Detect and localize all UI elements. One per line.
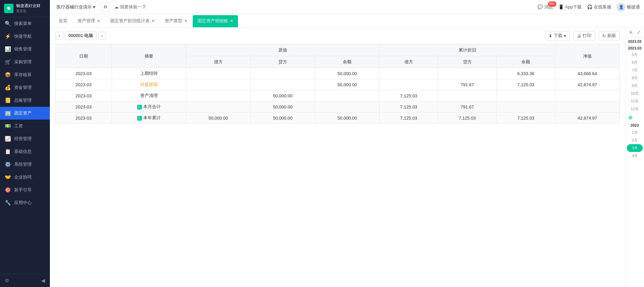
tab-0[interactable]: 首页 (54, 15, 72, 27)
cloud-icon: ☁ (114, 4, 119, 9)
sidebar-item-basic-info[interactable]: 📋 基础信息 (0, 145, 50, 158)
user-action[interactable]: 👤 畅捷通 (617, 3, 640, 11)
basic-info-icon: 📋 (5, 149, 11, 155)
cell-jingzhi (555, 101, 619, 113)
collapse-icon[interactable]: ◀ (41, 278, 45, 284)
online-service-action[interactable]: 🎧 在线客服 (587, 4, 611, 10)
company-dropdown-icon: ▾ (93, 4, 95, 9)
cell-jingzhi: 42,874.97 (555, 79, 619, 90)
nav-arrows: ‹ 000001 电脑 › (55, 31, 106, 40)
message-action[interactable]: 💬 消息 99+ (538, 4, 553, 10)
cell-lzj-debit: 7,125.03 (379, 101, 438, 113)
th-yz-debit: 借方 (186, 56, 250, 68)
tab-close-1[interactable]: ✕ (97, 19, 100, 23)
search-icon: 🔍 (5, 21, 11, 27)
next-btn[interactable]: › (98, 32, 106, 40)
sidebar-label-sales: 销售管理 (14, 46, 32, 52)
cell-yz-credit: 50,000.00 (250, 90, 315, 101)
asset-code-box: 000001 电脑 (65, 31, 97, 40)
summary-text: 计提折旧 (140, 82, 158, 87)
timeline-month[interactable]: 3月 (627, 144, 643, 152)
sidebar-item-finance[interactable]: 💰 资金管理 (0, 81, 50, 94)
cell-lzj-credit: 791.67 (438, 79, 497, 90)
app-download-action[interactable]: 📱 App下载 (558, 4, 582, 10)
sidebar-item-newbie[interactable]: 🎯 新手引导 (0, 184, 50, 196)
sidebar-label-newbie: 新手引导 (14, 187, 32, 193)
refresh-icon: ↻ (602, 33, 606, 38)
print-btn[interactable]: 🖨 打印 (573, 31, 595, 40)
sidebar-label-enterprise: 企业协同 (14, 174, 32, 180)
app-download-label: App下载 (565, 4, 582, 10)
topbar-settings-btn[interactable]: ⚙ (101, 2, 110, 12)
tabbar: 首页资产管理✕固定资产折旧统计表✕资产类型✕固定资产明细账✕ (50, 14, 644, 28)
username-label: 畅捷通 (627, 4, 640, 10)
sidebar-item-inventory[interactable]: 📦 库存核算 (0, 68, 50, 81)
timeline-month[interactable]: 12月 (627, 105, 643, 113)
fixed-assets-icon: 🏢 (5, 110, 11, 116)
cell-yz-credit: 50,000.00 (250, 113, 315, 124)
sidebar-item-operations[interactable]: 📈 经营管理 (0, 132, 50, 145)
sidebar-label-ledger: 总账管理 (14, 97, 32, 103)
tab-4[interactable]: 固定资产明细账✕ (193, 15, 238, 27)
timeline-month[interactable]: 8月 (627, 74, 643, 82)
fixed-assets-table: 日期 摘要 原值 累计折旧 净值 借方 贷方 余额 借方 贷方 余额 (55, 44, 620, 124)
tab-3[interactable]: 资产类型✕ (160, 15, 192, 27)
tab-2[interactable]: 固定资产折旧统计表✕ (105, 15, 159, 27)
sidebar-item-app-center[interactable]: 🔧 应用中心 (0, 196, 50, 209)
sidebar-item-purchase[interactable]: 🛒 采购管理 (0, 56, 50, 68)
timeline-expand-icon[interactable]: ⊕ (627, 113, 643, 122)
th-lzj-balance: 余额 (496, 56, 555, 68)
prev-btn[interactable]: ‹ (55, 32, 63, 40)
data-table-wrap: 日期 摘要 原值 累计折旧 净值 借方 贷方 余额 借方 贷方 余额 (50, 44, 625, 129)
tab-close-4[interactable]: ✕ (230, 19, 233, 23)
app-subtitle: 普及版 (16, 9, 40, 13)
sidebar-label-app-center: 应用中心 (14, 200, 32, 206)
cell-lzj-balance: 7,125.03 (496, 113, 555, 124)
sidebar-item-ledger[interactable]: 📒 总账管理 (0, 94, 50, 107)
th-yz-credit: 贷方 (250, 56, 315, 68)
timeline-month[interactable]: 11月 (627, 97, 643, 105)
sidebar-item-payroll[interactable]: 💵 工资 (0, 120, 50, 132)
cell-jingzhi (555, 90, 619, 101)
panel-expand-btn[interactable]: ⤢ (636, 29, 642, 36)
refresh-btn[interactable]: ↻ 刷新 (599, 31, 620, 40)
timeline-month[interactable]: 10月 (627, 90, 643, 97)
toolbar-actions: ⬇ 下载 ▾ 🖨 打印 ↻ 刷新 (545, 31, 620, 40)
timeline-month[interactable]: 9月 (627, 82, 643, 90)
sidebar-item-fixed-assets[interactable]: 🏢 固定资产 (0, 107, 50, 120)
panel-close-btn[interactable]: ✕ (627, 29, 634, 36)
sidebar-label-basic-info: 基础信息 (14, 149, 32, 155)
company-selector[interactable]: 医疗器械行业演示 ▾ (54, 3, 98, 11)
company-name: 医疗器械行业演示 (57, 4, 92, 10)
sidebar-item-enterprise[interactable]: 🤝 企业协同 (0, 171, 50, 184)
newbie-icon: 🎯 (5, 187, 11, 193)
payroll-icon: 💵 (5, 123, 11, 129)
cell-yz-credit (250, 79, 315, 90)
timeline-month[interactable]: 5月 (627, 51, 643, 59)
sidebar-item-quick-nav[interactable]: ⚡ 快捷导航 (0, 30, 50, 43)
main-area: 医疗器械行业演示 ▾ ⚙ ☁ 我要体验一下 💬 消息 99+ 📱 App下载 🎧… (50, 0, 644, 287)
experience-btn[interactable]: ☁ 我要体验一下 (114, 4, 146, 10)
service-icon: 🎧 (587, 4, 592, 9)
download-btn[interactable]: ⬇ 下载 ▾ (545, 31, 570, 40)
tab-close-3[interactable]: ✕ (184, 19, 187, 23)
timeline-month[interactable]: 1月 (627, 129, 643, 136)
timeline-month[interactable]: 2月 (627, 136, 643, 144)
settings-icon[interactable]: ⚙ (5, 278, 9, 284)
cell-lzj-balance: 7,125.03 (496, 79, 555, 90)
sidebar-item-system[interactable]: ⚙️ 系统管理 (0, 158, 50, 171)
cell-yz-balance: 50,000.00 (315, 79, 379, 90)
timeline-month[interactable]: 7月 (627, 66, 643, 74)
tab-close-2[interactable]: ✕ (152, 19, 155, 23)
sidebar-item-sales[interactable]: 📊 销售管理 (0, 43, 50, 56)
cell-lzj-debit (379, 68, 438, 79)
ledger-icon: 📒 (5, 97, 11, 103)
tab-1[interactable]: 资产管理✕ (73, 15, 105, 27)
cell-yz-debit (186, 68, 250, 79)
timeline-month[interactable]: 6月 (627, 59, 643, 66)
cell-date: 2023-03 (56, 68, 112, 79)
timeline-month[interactable]: 4月 (627, 152, 643, 160)
print-icon: 🖨 (577, 33, 581, 38)
sidebar-item-search[interactable]: 🔍 搜索菜单 (0, 17, 50, 30)
cell-summary: 上期结转 (112, 68, 186, 79)
